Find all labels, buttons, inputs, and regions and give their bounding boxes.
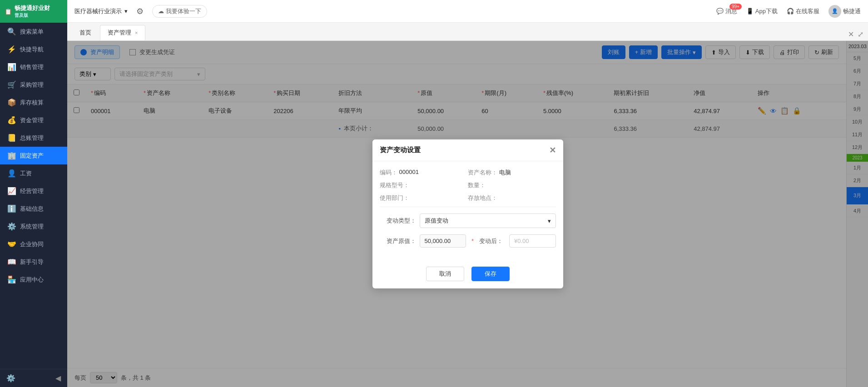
sidebar-item-label: 应用中心 (20, 276, 44, 284)
close-all-icon[interactable]: ✕ (848, 30, 854, 39)
basic-info-icon: ℹ️ (7, 204, 16, 213)
message-button[interactable]: 💬 消息 99+ (716, 7, 737, 15)
sidebar-item-search[interactable]: 🔍 搜索菜单 (0, 23, 67, 40)
message-badge: 99+ (729, 4, 742, 10)
logo-icon: 📋 (5, 8, 12, 15)
online-service-button[interactable]: 🎧 在线客服 (787, 7, 819, 15)
asset-original-value: 50,000.00 (420, 234, 466, 248)
online-service-label: 在线客服 (796, 7, 819, 15)
collapse-icon[interactable]: ◀ (55, 374, 61, 382)
dialog-divider (380, 207, 556, 207)
sidebar-item-purchase[interactable]: 🛒 采购管理 (0, 76, 67, 94)
dialog-change-type-row: 变动类型： 原值变动 ▾ (380, 213, 556, 228)
experience-button[interactable]: ☁ 我要体验一下 (152, 5, 207, 18)
expand-icon[interactable]: ⤢ (858, 30, 863, 39)
home-tab-label: 首页 (79, 29, 91, 37)
sidebar-item-label: 新手引导 (20, 258, 44, 266)
sidebar-item-sales[interactable]: 📊 销售管理 (0, 58, 67, 76)
sidebar-item-label: 系统管理 (20, 223, 44, 231)
after-change-label: 变动后： (479, 237, 503, 245)
dialog-header: 资产变动设置 ✕ (372, 139, 563, 161)
finance-icon: 💰 (7, 116, 16, 124)
company-selector[interactable]: 医疗器械行业演示 ▾ (74, 7, 128, 15)
sidebar-bottom: ⚙️ ◀ (0, 369, 67, 387)
overlay: 资产变动设置 ✕ 编码： 000001 资产名称： 电脑 (67, 41, 868, 387)
tab-home[interactable]: 首页 (72, 25, 99, 40)
dialog-location-field: 存放地点： (468, 194, 556, 202)
sidebar-item-label: 总账管理 (20, 134, 44, 142)
sidebar-item-label: 基础信息 (20, 205, 44, 213)
sidebar-item-cooperation[interactable]: 🤝 企业协同 (0, 235, 67, 253)
guide-icon: 📖 (7, 258, 16, 266)
sidebar-item-app-center[interactable]: 🏪 应用中心 (0, 271, 67, 288)
app-edition: 普及版 (15, 12, 50, 19)
sidebar-item-payroll[interactable]: 👤 工资 (0, 164, 67, 182)
change-type-select[interactable]: 原值变动 ▾ (420, 213, 556, 228)
dialog-close-button[interactable]: ✕ (549, 146, 556, 154)
sidebar-item-label: 资金管理 (20, 116, 44, 124)
sidebar-item-fixed-assets[interactable]: 🏢 固定资产 (0, 147, 67, 164)
inventory-icon: 📦 (7, 98, 16, 107)
sidebar-item-label: 销售管理 (20, 63, 44, 71)
app-download-button[interactable]: 📱 App下载 (746, 7, 778, 15)
system-icon: ⚙️ (7, 222, 16, 231)
dialog-asset-name-field: 资产名称： 电脑 (468, 169, 556, 177)
cooperation-icon: 🤝 (7, 240, 16, 248)
topbar-right: 💬 消息 99+ 📱 App下载 🎧 在线客服 👤 畅捷通 (716, 5, 861, 18)
sidebar-item-system[interactable]: ⚙️ 系统管理 (0, 218, 67, 235)
sidebar-item-basic-info[interactable]: ℹ️ 基础信息 (0, 200, 67, 218)
asset-original-label: 资产原值： (380, 237, 416, 245)
cancel-button[interactable]: 取消 (426, 267, 464, 281)
tab-close-icon[interactable]: × (135, 30, 138, 35)
app-name: 畅捷通好业财 (15, 5, 50, 11)
sales-icon: 📊 (7, 63, 16, 71)
sidebar-item-management[interactable]: 📈 经营管理 (0, 182, 67, 200)
sidebar-item-label: 快捷导航 (20, 45, 44, 54)
experience-label: 我要体验一下 (166, 7, 201, 15)
change-type-arrow-icon: ▾ (548, 218, 551, 224)
page-content: 资产明细 变更生成凭证 刘账 + 新增 批量操作 ▾ (67, 41, 868, 387)
tab-asset-management[interactable]: 资产管理 × (100, 25, 145, 40)
tabbar: 首页 资产管理 × ✕ ⤢ (67, 23, 868, 41)
download-icon: 📱 (746, 8, 754, 15)
dialog-quantity-field: 数量： (468, 181, 556, 189)
sidebar-item-quicknav[interactable]: ⚡ 快捷导航 (0, 40, 67, 58)
sidebar-item-ledger[interactable]: 📒 总账管理 (0, 129, 67, 147)
quicknav-icon: ⚡ (7, 45, 16, 54)
required-icon: * (471, 238, 474, 244)
dialog-code-field: 编码： 000001 (380, 169, 468, 177)
company-name: 医疗器械行业演示 (74, 7, 122, 15)
sidebar-item-inventory[interactable]: 📦 库存核算 (0, 94, 67, 111)
sidebar-item-guide[interactable]: 📖 新手引导 (0, 253, 67, 271)
management-icon: 📈 (7, 187, 16, 195)
sidebar-scroll: 🔍 搜索菜单 ⚡ 快捷导航 📊 销售管理 🛒 采购管理 📦 库存核算 💰 资金管… (0, 23, 67, 369)
purchase-icon: 🛒 (7, 80, 16, 89)
sidebar: 📋 畅捷通好业财 普及版 🔍 搜索菜单 ⚡ 快捷导航 📊 销售管理 🛒 采购管理… (0, 0, 67, 387)
user-name: 畅捷通 (843, 7, 861, 15)
save-button[interactable]: 保存 (471, 267, 510, 281)
dialog-footer: 取消 保存 (372, 261, 563, 288)
dialog-title: 资产变动设置 (380, 146, 421, 154)
app-center-icon: 🏪 (7, 275, 16, 284)
sidebar-item-label: 搜索菜单 (20, 28, 44, 36)
sidebar-item-label: 工资 (20, 169, 32, 178)
settings-icon[interactable]: ⚙️ (6, 374, 15, 382)
asset-change-dialog: 资产变动设置 ✕ 编码： 000001 资产名称： 电脑 (372, 139, 563, 288)
after-change-input[interactable]: ¥0.00 (509, 234, 556, 248)
topbar: 医疗器械行业演示 ▾ ⚙ ☁ 我要体验一下 💬 消息 99+ 📱 App下载 🎧… (67, 0, 868, 23)
dialog-spec-field: 规格型号： (380, 181, 468, 189)
sidebar-item-label: 采购管理 (20, 81, 44, 89)
avatar: 👤 (828, 5, 841, 18)
cloud-icon: ☁ (158, 8, 164, 15)
sidebar-item-finance[interactable]: 💰 资金管理 (0, 111, 67, 129)
app-download-label: App下载 (755, 7, 778, 15)
message-icon: 💬 (716, 8, 724, 15)
sidebar-item-label: 库存核算 (20, 99, 44, 107)
search-icon: 🔍 (7, 27, 16, 36)
asset-tab-label: 资产管理 (108, 29, 131, 37)
topbar-settings-button[interactable]: ⚙ (133, 5, 147, 18)
sidebar-item-label: 固定资产 (20, 152, 44, 160)
ledger-icon: 📒 (7, 134, 16, 142)
dialog-info-row-2: 规格型号： 数量： (380, 181, 556, 189)
user-menu[interactable]: 👤 畅捷通 (828, 5, 861, 18)
